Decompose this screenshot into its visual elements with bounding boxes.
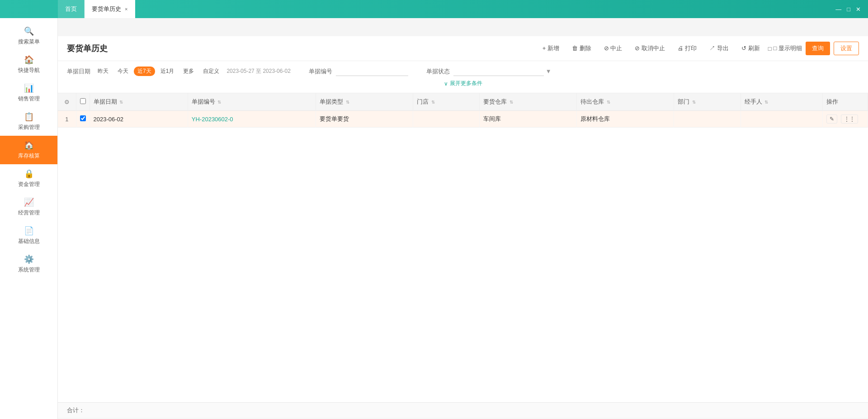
row-checkbox[interactable]	[80, 115, 86, 121]
table-row[interactable]: 1 2023-06-02 YH-20230602-0 要货单要货 车间库 原材料…	[58, 111, 868, 128]
sidebar-item-inventory-label: 库存核算	[18, 152, 40, 160]
new-button[interactable]: + 新增	[538, 42, 564, 55]
sidebar-item-operations-label: 经营管理	[18, 209, 40, 217]
col-department: 部门 ⇅	[674, 93, 741, 111]
order-no-filter: 单据编号	[309, 67, 408, 76]
sales-icon: 📊	[24, 83, 34, 93]
date-opt-yesterday[interactable]: 昨天	[94, 67, 112, 76]
expand-more-icon: ∨	[444, 81, 448, 87]
sidebar: 🔍 搜索菜单 🏠 快捷导航 📊 销售管理 📋 采购管理 🏠 库存核算 🔒 资金管…	[0, 18, 58, 419]
row-operations: ✎ ⋮⋮	[823, 111, 868, 128]
sort-date-icon[interactable]: ⇅	[119, 100, 123, 105]
col-operation: 操作	[823, 93, 868, 111]
sidebar-item-basic-info[interactable]: 📄 基础信息	[0, 221, 57, 250]
sidebar-item-search-menu[interactable]: 🔍 搜索菜单	[0, 22, 57, 50]
row-department	[674, 111, 741, 128]
date-opt-custom[interactable]: 自定义	[199, 67, 223, 76]
status-input[interactable]	[453, 67, 544, 76]
order-no-input[interactable]	[336, 67, 408, 76]
col-order-no: 单据编号 ⇅	[188, 93, 316, 111]
table-container: ⚙ 单据日期 ⇅ 单据编号 ⇅ 单据类型 ⇅ 门店 ⇅ 要货仓库 ⇅ 待出仓库 …	[58, 93, 868, 402]
tab-order-history-label: 要货单历史	[92, 5, 121, 13]
display-detail-toggle[interactable]: □ □ 显示明细	[768, 44, 802, 52]
sort-req-warehouse-icon[interactable]: ⇅	[509, 100, 513, 105]
window-controls: — □ ✕	[835, 6, 861, 13]
select-all-checkbox[interactable]	[80, 98, 86, 104]
date-filter-label: 单据日期	[67, 67, 90, 76]
sidebar-item-system[interactable]: ⚙️ 系统管理	[0, 250, 57, 278]
setting-button[interactable]: 设置	[834, 42, 859, 55]
main-content: 要货单历史 + 新增 🗑 删除 ⊘ 中止 ⊘ 取消中止 🖨 打印 ↗ 导出 ↺ …	[58, 36, 868, 419]
col-checkbox	[76, 93, 90, 111]
quick-nav-icon: 🏠	[24, 55, 34, 65]
refresh-button[interactable]: ↺ 刷新	[737, 42, 764, 55]
sort-type-icon[interactable]: ⇅	[346, 100, 349, 105]
sidebar-item-sales[interactable]: 📊 销售管理	[0, 79, 57, 107]
export-button[interactable]: ↗ 导出	[705, 42, 733, 55]
table-footer: 合计：	[58, 402, 868, 418]
close-window-icon[interactable]: ✕	[856, 6, 861, 13]
top-bar: 首页 要货单历史 × — □ ✕	[0, 0, 868, 18]
sort-pending-warehouse-icon[interactable]: ⇅	[607, 100, 610, 105]
tab-home-label: 首页	[65, 5, 77, 13]
minimize-icon[interactable]: —	[835, 6, 841, 13]
display-detail-label: □ 显示明细	[774, 44, 802, 52]
operations-icon: 📈	[24, 197, 34, 207]
cancel-stop-button[interactable]: ⊘ 取消中止	[630, 42, 670, 55]
sidebar-item-finance[interactable]: 🔒 资金管理	[0, 164, 57, 193]
sidebar-item-operations[interactable]: 📈 经营管理	[0, 193, 57, 221]
row-order-type: 要货单要货	[316, 111, 413, 128]
inventory-icon: 🏠	[24, 140, 34, 150]
sort-dept-icon[interactable]: ⇅	[692, 100, 696, 105]
sidebar-item-quick-nav[interactable]: 🏠 快捷导航	[0, 50, 57, 79]
col-pending-warehouse: 待出仓库 ⇅	[577, 93, 674, 111]
order-no-link[interactable]: YH-20230602-0	[192, 116, 233, 123]
status-dropdown-icon[interactable]: ▼	[546, 68, 552, 75]
page-header: 要货单历史 + 新增 🗑 删除 ⊘ 中止 ⊘ 取消中止 🖨 打印 ↗ 导出 ↺ …	[58, 36, 868, 61]
row-more-button[interactable]: ⋮⋮	[841, 114, 858, 124]
sort-store-icon[interactable]: ⇅	[431, 100, 435, 105]
column-settings-icon[interactable]: ⚙	[64, 99, 70, 105]
maximize-icon[interactable]: □	[847, 6, 850, 13]
print-button[interactable]: 🖨 打印	[673, 42, 702, 55]
tab-order-history[interactable]: 要货单历史 ×	[85, 0, 135, 18]
sidebar-item-search-menu-label: 搜索菜单	[18, 38, 40, 46]
row-edit-button[interactable]: ✎	[826, 114, 837, 124]
date-opt-1month[interactable]: 近1月	[157, 67, 178, 76]
date-opt-more[interactable]: 更多	[179, 67, 198, 76]
toolbar: + 新增 🗑 删除 ⊘ 中止 ⊘ 取消中止 🖨 打印 ↗ 导出 ↺ 刷新 □ □…	[538, 42, 859, 55]
filter-area: 单据日期 昨天 今天 近7天 近1月 更多 自定义 2023-05-27 至 2…	[58, 61, 868, 93]
sidebar-item-inventory[interactable]: 🏠 库存核算	[0, 136, 57, 164]
order-no-label: 单据编号	[309, 67, 332, 76]
row-req-warehouse: 车间库	[480, 111, 577, 128]
stop-button[interactable]: ⊘ 中止	[599, 42, 627, 55]
orders-table: ⚙ 单据日期 ⇅ 单据编号 ⇅ 单据类型 ⇅ 门店 ⇅ 要货仓库 ⇅ 待出仓库 …	[58, 93, 868, 128]
tab-home[interactable]: 首页	[58, 0, 85, 18]
row-num: 1	[58, 111, 76, 128]
query-button[interactable]: 查询	[806, 42, 830, 55]
row-pending-warehouse: 原材料仓库	[577, 111, 674, 128]
sidebar-item-purchase-label: 采购管理	[18, 124, 40, 131]
expand-more-label: 展开更多条件	[450, 80, 482, 87]
col-req-warehouse: 要货仓库 ⇅	[480, 93, 577, 111]
col-handler: 经手人 ⇅	[741, 93, 822, 111]
table-header-row: ⚙ 单据日期 ⇅ 单据编号 ⇅ 单据类型 ⇅ 门店 ⇅ 要货仓库 ⇅ 待出仓库 …	[58, 93, 868, 111]
sort-handler-icon[interactable]: ⇅	[764, 100, 768, 105]
delete-button[interactable]: 🗑 删除	[567, 42, 596, 55]
date-opt-7days[interactable]: 近7天	[134, 67, 155, 76]
date-opt-today[interactable]: 今天	[114, 67, 132, 76]
expand-more-btn[interactable]: ∨ 展开更多条件	[67, 80, 859, 87]
tab-close-icon[interactable]: ×	[125, 6, 127, 12]
sort-orderno-icon[interactable]: ⇅	[217, 100, 221, 105]
col-order-type: 单据类型 ⇅	[316, 93, 413, 111]
col-store: 门店 ⇅	[413, 93, 479, 111]
total-label: 合计：	[67, 406, 85, 414]
finance-icon: 🔒	[24, 169, 34, 179]
row-checkbox-cell	[76, 111, 90, 128]
row-handler	[741, 111, 822, 128]
sidebar-item-purchase[interactable]: 📋 采购管理	[0, 107, 57, 136]
status-label: 单据状态	[426, 67, 450, 76]
date-range-text: 2023-05-27 至 2023-06-02	[226, 67, 290, 75]
sidebar-item-sales-label: 销售管理	[18, 95, 40, 103]
row-order-no: YH-20230602-0	[188, 111, 316, 128]
